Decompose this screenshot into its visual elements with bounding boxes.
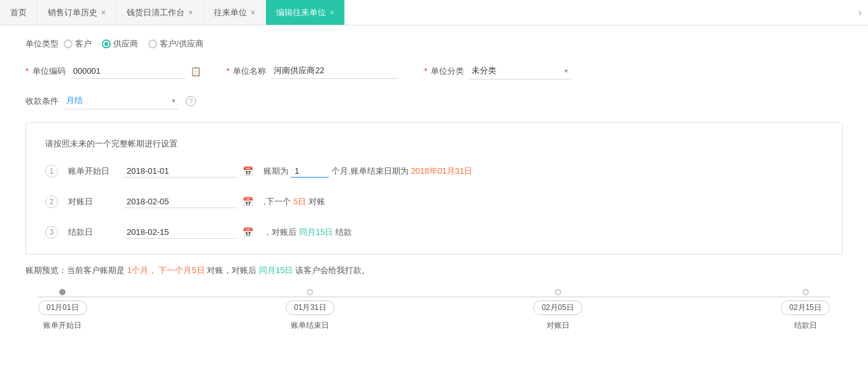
unit-code-label: * 单位编码	[25, 66, 66, 77]
collection-dropdown-icon: ▾	[172, 97, 176, 105]
timeline-dot-1	[307, 289, 313, 295]
step-3-calendar-icon[interactable]: 📅	[242, 227, 253, 237]
help-icon[interactable]: ?	[186, 96, 196, 106]
collection-group: 收款条件 月结 ▾ ?	[25, 92, 196, 109]
timeline-label-3: 结款日	[794, 320, 817, 331]
collection-select[interactable]: 月结 ▾	[64, 92, 178, 109]
step-2-desc-highlight: 5日	[293, 196, 306, 208]
category-dropdown-icon: ▾	[564, 67, 568, 75]
radio-supplier[interactable]: 供应商	[102, 38, 138, 50]
unit-category-value: 未分类	[472, 65, 564, 76]
step-3-num: 3	[45, 226, 58, 239]
step-2-num: 2	[45, 195, 58, 208]
step-1-input-wrap: 📅	[123, 165, 253, 178]
close-partners-icon[interactable]: ×	[251, 8, 255, 17]
step-1-calendar-icon[interactable]: 📅	[242, 166, 253, 176]
radio-both-label: 客户/供应商	[160, 38, 204, 50]
unit-name-input[interactable]	[271, 64, 398, 79]
card-title: 请按照未来的一个完整帐期进行设置	[45, 138, 823, 150]
step-2-desc: ,下一个 5日 对账	[263, 196, 325, 208]
step-2-label: 对账日	[68, 196, 113, 208]
step-3-date-input[interactable]	[123, 226, 237, 239]
settings-card: 请按照未来的一个完整帐期进行设置 1 账单开始日 📅 账期为 个月,账单结束日期…	[25, 122, 843, 255]
step-1-desc: 账期为 个月,账单结束日期为 2018年01月31日	[263, 165, 472, 178]
unit-category-label: * 单位分类	[424, 66, 464, 77]
close-edit-partner-icon[interactable]: ×	[330, 8, 334, 17]
step-3-desc-suffix: 结款	[335, 227, 352, 238]
step-2-calendar-icon[interactable]: 📅	[242, 197, 253, 207]
timeline-label-0: 账单开始日	[43, 320, 81, 331]
step-3-desc: ，对账后 同月15日 结款	[263, 227, 352, 238]
timeline-dot-2	[555, 289, 561, 295]
tab-bar: 首页 销售订单历史 × 钱货日清工作台 × 往来单位 × 编辑往来单位 × ›	[0, 0, 868, 25]
timeline-point-0: 01月01日 账单开始日	[38, 289, 87, 331]
radio-supplier-circle	[102, 39, 111, 48]
step-3-label: 结款日	[68, 227, 113, 238]
step-3-desc-prefix: ，对账后	[263, 227, 297, 238]
tab-more-button[interactable]: ›	[852, 0, 868, 25]
unit-type-row: 单位类型 客户 供应商 客户/供应商	[25, 38, 843, 50]
timeline-badge-1: 01月31日	[286, 300, 335, 315]
collection-row: 收款条件 月结 ▾ ?	[25, 92, 843, 109]
preview-label: 账期预览：当前客户账期是	[25, 265, 125, 275]
main-content: 单位类型 客户 供应商 客户/供应商 * 单位编码	[0, 25, 868, 387]
step-1-label: 账单开始日	[68, 165, 113, 177]
radio-customer-circle	[64, 39, 73, 48]
code-name-category-row: * 单位编码 📋 * 单位名称 * 单位分类 未分类 ▾	[25, 62, 843, 80]
timeline-badge-0: 01月01日	[38, 300, 87, 315]
unit-code-icon[interactable]: 📋	[190, 66, 201, 76]
unit-type-label: 单位类型	[25, 38, 59, 50]
preview-middle: 对账，对账后	[207, 265, 256, 275]
tab-cash-work[interactable]: 钱货日清工作台 ×	[116, 0, 204, 25]
collection-label: 收款条件	[25, 95, 59, 107]
unit-code-star: *	[25, 66, 29, 76]
tab-partners-label: 往来单位	[214, 7, 247, 18]
timeline-badge-3: 02月15日	[781, 300, 830, 315]
step-2-input-wrap: 📅	[123, 195, 253, 208]
timeline-badge-2: 02月05日	[533, 300, 582, 315]
tab-sales-history[interactable]: 销售订单历史 ×	[38, 0, 116, 25]
unit-code-input[interactable]	[71, 64, 185, 79]
timeline-point-1: 01月31日 账单结束日	[286, 289, 335, 331]
timeline-label-2: 对账日	[547, 320, 570, 331]
step-1-period-end-date: 2018年01月31日	[411, 165, 473, 177]
step-1-period-input[interactable]	[291, 165, 329, 178]
close-sales-history-icon[interactable]: ×	[101, 8, 106, 17]
tab-home-label: 首页	[10, 7, 27, 18]
timeline: 01月01日 账单开始日 01月31日 账单结束日 02月05日 对账日 02月…	[25, 289, 843, 331]
timeline-point-3: 02月15日 结款日	[781, 289, 830, 331]
unit-code-group: * 单位编码 📋	[25, 64, 201, 79]
step-2-desc-prefix: ,下一个	[263, 196, 291, 208]
unit-type-group: 单位类型 客户 供应商 客户/供应商	[25, 38, 204, 50]
unit-category-star: *	[424, 66, 427, 76]
timeline-points: 01月01日 账单开始日 01月31日 账单结束日 02月05日 对账日 02月…	[38, 289, 830, 331]
tab-sales-history-label: 销售订单历史	[48, 7, 97, 18]
preview-section: 账期预览：当前客户账期是 1个月， 下一个月5日 对账，对账后 同月15日 该客…	[25, 265, 843, 276]
preview-end: 该客户会给我打款。	[295, 265, 370, 275]
radio-both-circle	[148, 39, 157, 48]
step-2-date-input[interactable]	[123, 195, 237, 208]
unit-name-label: * 单位名称	[227, 66, 267, 77]
preview-part2: 下一个月5日	[158, 265, 204, 275]
tab-partners[interactable]: 往来单位 ×	[204, 0, 266, 25]
radio-both[interactable]: 客户/供应商	[148, 38, 204, 50]
close-cash-work-icon[interactable]: ×	[188, 8, 193, 17]
step-2-desc-suffix: 对账	[309, 196, 325, 208]
step-1-row: 1 账单开始日 📅 账期为 个月,账单结束日期为 2018年01月31日	[45, 165, 823, 178]
step-1-num: 1	[45, 165, 58, 178]
radio-customer-label: 客户	[75, 38, 92, 50]
tab-cash-work-label: 钱货日清工作台	[127, 7, 185, 18]
step-1-period-suffix: 个月,账单结束日期为	[332, 165, 409, 177]
step-1-period-prefix: 账期为	[263, 165, 288, 177]
preview-part1: 1个月，	[127, 265, 157, 275]
collection-value: 月结	[66, 95, 169, 106]
step-3-row: 3 结款日 📅 ，对账后 同月15日 结款	[45, 226, 823, 239]
tab-home[interactable]: 首页	[0, 0, 38, 25]
step-1-date-input[interactable]	[123, 165, 237, 178]
tab-edit-partner-label: 编辑往来单位	[276, 7, 326, 18]
tab-edit-partner[interactable]: 编辑往来单位 ×	[266, 0, 345, 25]
unit-name-star: *	[227, 66, 230, 76]
timeline-label-1: 账单结束日	[291, 320, 329, 331]
radio-customer[interactable]: 客户	[64, 38, 92, 50]
unit-category-select[interactable]: 未分类 ▾	[469, 62, 571, 80]
